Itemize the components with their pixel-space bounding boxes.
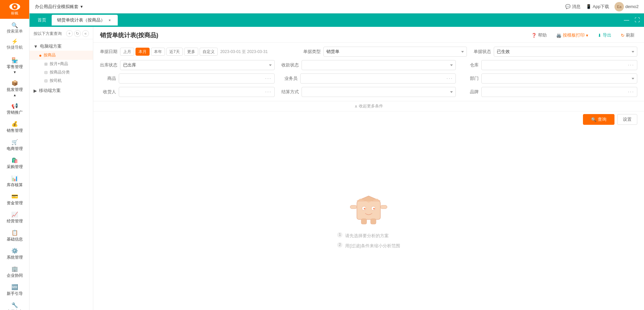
date-btn-more[interactable]: 更多 <box>184 48 198 56</box>
settings-button[interactable]: 设置 <box>617 114 637 125</box>
guide-icon: 🆕 <box>11 284 18 290</box>
date-btn-last-month[interactable]: 上月 <box>120 48 134 56</box>
settlement-field: 结算方式 <box>281 87 456 97</box>
refresh-label: 刷新 <box>626 32 635 38</box>
sidebar-quick-nav[interactable]: ⚡ 快捷导航 <box>0 36 29 52</box>
sidebar-search[interactable]: 🔍 搜索菜单 <box>0 19 29 36</box>
ecommerce-icon: 🛒 <box>11 139 18 145</box>
maximize-icon[interactable]: ⛶ <box>633 16 641 24</box>
warehouse-field: 仓库 ··· <box>463 60 637 70</box>
sidebar-item-apps[interactable]: 🔧 应用中心 <box>0 299 29 310</box>
apps-icon: 🔧 <box>11 302 18 308</box>
warehouse-input[interactable]: ··· <box>481 60 637 70</box>
minimize-icon[interactable]: — <box>623 16 631 24</box>
desktop-group-header[interactable]: ▼ 电脑端方案 <box>30 42 93 51</box>
industry-dropdown-icon: ▾ <box>80 4 83 9</box>
export-icon: ⬇ <box>598 33 601 38</box>
sidebar-item-retail[interactable]: 🏪 零售管理 ▾ <box>0 54 29 77</box>
tab-bar-end: — ⛶ <box>623 16 641 24</box>
department-input[interactable] <box>481 73 637 84</box>
filter-row-2: 出库状态 已出库 收款状态 <box>100 60 637 70</box>
sidebar-item-operations[interactable]: 📈 经营管理 <box>0 209 29 227</box>
date-buttons: 上月 本月 本年 近7天 更多 <box>120 48 268 56</box>
sidebar-item-system[interactable]: ⚙️ 系统管理 <box>0 245 29 263</box>
tab-close-btn[interactable]: × <box>107 17 112 23</box>
help-btn[interactable]: ❓ 帮助 <box>529 31 549 40</box>
salesperson-input[interactable]: ··· <box>300 73 456 84</box>
step-num-1: 1 <box>337 232 342 238</box>
settlement-input[interactable] <box>302 87 456 97</box>
export-btn[interactable]: ⬇ 导出 <box>595 31 614 40</box>
payment-status-arrow <box>450 64 453 66</box>
page-title: 销货单统计表(按商品) <box>100 31 158 39</box>
header-industry[interactable]: 办公用品行业模拟账套 ▾ <box>35 4 83 10</box>
print-btn[interactable]: 🖨️ 按模板打印 ▾ <box>553 31 591 40</box>
refresh-btn[interactable]: ↻ 刷新 <box>618 31 637 40</box>
payment-status-input[interactable] <box>302 60 456 70</box>
receiver-input[interactable]: ··· <box>119 87 275 97</box>
product-input[interactable]: ··· <box>119 73 275 84</box>
filter-row-4: 收货人 ··· 结算方式 <box>100 87 637 97</box>
doc-type-label: 单据类型 <box>303 49 323 55</box>
tree-item-by-month-product[interactable]: ⊞ 按月+商品 <box>30 60 93 68</box>
sidebar-item-sales[interactable]: 💰 销售管理 <box>0 118 29 136</box>
refresh-scheme-btn[interactable]: ↻ <box>74 30 81 37</box>
date-btn-custom[interactable]: 自定义 <box>200 48 218 56</box>
message-btn[interactable]: 💬 消息 <box>565 4 581 10</box>
date-label: 单据日期 <box>100 49 120 55</box>
ecommerce-label: 电商管理 <box>7 146 23 152</box>
month-product-icon: ⊞ <box>44 62 48 66</box>
collapse-panel-btn[interactable]: « <box>82 30 89 37</box>
add-scheme-btn[interactable]: + <box>66 30 73 37</box>
sidebar-item-basic[interactable]: 📋 基础信息 <box>0 227 29 245</box>
tab-sales-stats[interactable]: 销货单统计表（按商品） × <box>52 15 118 25</box>
tree-item-by-product-category[interactable]: ⊟ 按商品分类 <box>30 68 93 76</box>
retail-icon: 🏪 <box>11 57 18 63</box>
tab-home[interactable]: 首页 <box>32 15 52 25</box>
doc-type-input[interactable]: 销货单 <box>323 47 467 57</box>
wholesale-icon: 📦 <box>11 80 18 86</box>
retail-label: 零售管理 <box>7 64 23 70</box>
inventory-label: 库存核算 <box>7 182 23 188</box>
query-label: 查询 <box>598 116 606 122</box>
warehouse-status-label: 出库状态 <box>100 62 120 68</box>
date-btn-this-month[interactable]: 本月 <box>136 48 150 56</box>
app-download-btn[interactable]: 📱 App下载 <box>586 4 609 10</box>
sidebar-item-guide[interactable]: 🆕 新手引导 <box>0 281 29 299</box>
product-field: 商品 ··· <box>100 73 275 84</box>
query-button[interactable]: 🔍 查询 <box>583 114 614 125</box>
sidebar-item-finance[interactable]: 💳 资金管理 <box>0 191 29 209</box>
sidebar-item-marketing[interactable]: 📢 营销推广 <box>0 100 29 118</box>
sales-icon: 💰 <box>11 121 18 127</box>
svg-point-5 <box>373 208 375 210</box>
svg-rect-1 <box>357 201 380 219</box>
print-icon: 🖨️ <box>556 33 561 38</box>
sidebar-item-purchase[interactable]: 🛍️ 采购管理 <box>0 154 29 172</box>
sidebar-item-inventory[interactable]: 📊 库存核算 <box>0 172 29 191</box>
user-profile[interactable]: Ea demo2 <box>614 2 639 11</box>
date-btn-this-year[interactable]: 本年 <box>151 48 165 56</box>
tree-item-by-cashier[interactable]: ⊟ 按司机 <box>30 76 93 85</box>
warehouse-status-input[interactable]: 已出库 <box>120 60 275 70</box>
warehouse-status-value: 已出库 <box>123 62 136 68</box>
sidebar-item-ecommerce[interactable]: 🛒 电商管理 <box>0 136 29 154</box>
custom-label: 自定义 <box>203 49 215 55</box>
help-label: 帮助 <box>538 32 547 38</box>
step-2-label: 用[过滤]条件来缩小分析范围 <box>345 242 400 250</box>
doc-status-input[interactable]: 已生效 <box>494 47 637 57</box>
sidebar-item-enterprise[interactable]: 🏢 企业协同 <box>0 263 29 281</box>
salesperson-label: 业务员 <box>281 75 300 82</box>
sidebar-item-wholesale[interactable]: 📦 批发管理 ▴ <box>0 77 29 100</box>
salesperson-dots: ··· <box>446 75 453 82</box>
by-product-label: 按商品 <box>44 52 56 58</box>
date-field: 单据日期 上月 本月 本年 近7天 <box>100 48 297 56</box>
mobile-group-header[interactable]: ▶ 移动端方案 <box>30 86 93 95</box>
inventory-icon: 📊 <box>11 175 18 182</box>
settings-label: 设置 <box>623 117 632 122</box>
this-month-label: 本月 <box>139 49 147 55</box>
date-btn-7days[interactable]: 近7天 <box>166 48 183 56</box>
brand-input[interactable]: ··· <box>481 87 637 97</box>
tree-item-by-product[interactable]: ● 按商品 <box>30 51 93 60</box>
step-1-label: 请先选择要分析的方案 <box>345 231 389 240</box>
collapse-bar[interactable]: ∧ 收起更多条件 <box>93 101 644 111</box>
